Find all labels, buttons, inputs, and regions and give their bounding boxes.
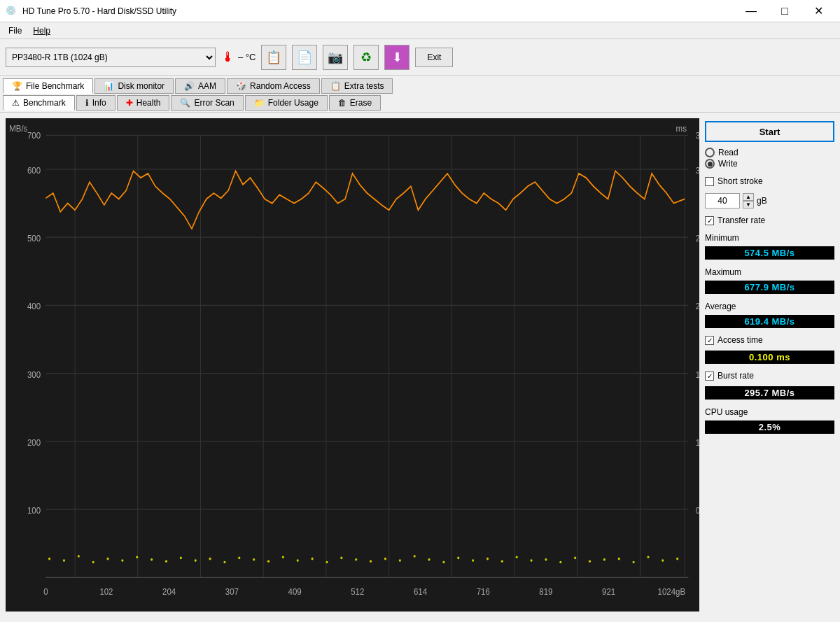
svg-point-90: [676, 558, 678, 560]
aam-icon: 🔊: [184, 81, 195, 91]
svg-text:2.00: 2.00: [696, 302, 699, 312]
svg-point-58: [209, 558, 211, 560]
svg-point-80: [531, 559, 533, 562]
window-title: HD Tune Pro 5.70 - Hard Disk/SSD Utility: [22, 6, 176, 16]
drive-select[interactable]: PP3480-R 1TB (1024 gB): [6, 48, 216, 67]
menu-bar: File Help: [0, 22, 840, 39]
svg-text:700: 700: [27, 130, 41, 141]
refresh-btn[interactable]: ♻: [354, 45, 379, 70]
erase-icon: 🗑: [338, 98, 346, 108]
read-radio[interactable]: [705, 148, 715, 157]
svg-point-73: [428, 558, 430, 561]
tab-erase[interactable]: 🗑 Erase: [329, 95, 381, 111]
svg-point-81: [545, 558, 547, 561]
tab-error-scan[interactable]: 🔍 Error Scan: [171, 95, 243, 111]
stroke-input-row: ▲ ▼ gB: [705, 193, 834, 208]
svg-text:3.00: 3.00: [696, 165, 699, 176]
menu-help[interactable]: Help: [27, 24, 56, 37]
svg-text:614: 614: [414, 586, 427, 597]
svg-point-65: [312, 558, 314, 560]
tab-benchmark[interactable]: ⚠ Benchmark: [3, 95, 75, 111]
access-time-row[interactable]: Access time: [705, 335, 834, 345]
copy-btn-2[interactable]: 📄: [292, 45, 317, 70]
svg-point-89: [662, 559, 664, 562]
svg-text:200: 200: [27, 437, 41, 448]
temperature-display: 🌡 – °C: [221, 49, 255, 65]
read-radio-row[interactable]: Read: [705, 148, 834, 157]
thermometer-icon: 🌡: [221, 49, 235, 65]
file-benchmark-icon: 🏆: [12, 81, 22, 91]
svg-text:102: 102: [99, 586, 113, 597]
camera-btn[interactable]: 📷: [323, 45, 348, 70]
transfer-rate-row[interactable]: Transfer rate: [705, 215, 834, 225]
access-time-label: Access time: [718, 335, 763, 345]
maximize-button[interactable]: □: [769, 0, 801, 22]
svg-point-49: [78, 555, 80, 558]
tab-file-benchmark[interactable]: 🏆 File Benchmark: [3, 78, 93, 94]
tab-extra-tests[interactable]: 📋 Extra tests: [321, 78, 393, 94]
tab-info[interactable]: ℹ Info: [76, 95, 115, 111]
short-stroke-checkbox[interactable]: [705, 177, 714, 186]
mode-radio-group: Read Write: [705, 148, 834, 169]
burst-rate-value: 295.7 MB/s: [705, 386, 834, 400]
access-time-value: 0.100 ms: [705, 351, 834, 364]
svg-text:500: 500: [27, 233, 41, 243]
svg-point-59: [223, 561, 225, 564]
svg-text:0: 0: [43, 586, 48, 597]
minimize-button[interactable]: —: [735, 0, 767, 22]
app-icon: 💿: [6, 6, 17, 17]
svg-text:2.50: 2.50: [696, 233, 699, 243]
svg-point-61: [253, 558, 255, 561]
write-radio[interactable]: [705, 159, 715, 169]
exit-button[interactable]: Exit: [415, 48, 453, 67]
write-radio-row[interactable]: Write: [705, 159, 834, 169]
copy-btn-1[interactable]: 📋: [261, 45, 286, 70]
access-time-checkbox[interactable]: [705, 336, 714, 345]
benchmark-chart: 700 600 500 400 300 200 100 3.50 3.00 2.…: [6, 118, 699, 612]
stroke-down-button[interactable]: ▼: [743, 201, 754, 208]
start-button[interactable]: Start: [705, 121, 834, 142]
download-btn[interactable]: ⬇: [384, 45, 410, 70]
svg-point-79: [516, 556, 518, 558]
tab-aam[interactable]: 🔊 AAM: [175, 78, 225, 94]
short-stroke-row[interactable]: Short stroke: [705, 176, 834, 186]
transfer-rate-checkbox[interactable]: [705, 216, 714, 225]
svg-text:400: 400: [27, 302, 41, 312]
svg-point-54: [150, 558, 153, 561]
main-area: 700 600 500 400 300 200 100 3.50 3.00 2.…: [0, 113, 840, 617]
chart-svg: 700 600 500 400 300 200 100 3.50 3.00 2.…: [6, 118, 699, 612]
svg-point-72: [414, 555, 416, 558]
transfer-rate-label: Transfer rate: [718, 215, 765, 225]
tab-folder-usage[interactable]: 📁 Folder Usage: [245, 95, 328, 111]
tab-area: 🏆 File Benchmark 📊 Disk monitor 🔊 AAM 🎲 …: [0, 76, 840, 113]
average-value: 619.4 MB/s: [705, 315, 834, 328]
svg-text:512: 512: [351, 586, 364, 597]
stroke-value-input[interactable]: [705, 193, 740, 208]
svg-point-48: [63, 559, 65, 562]
tab-random-access[interactable]: 🎲 Random Access: [227, 78, 320, 94]
svg-text:819: 819: [539, 586, 552, 597]
svg-point-71: [399, 559, 401, 562]
title-bar: 💿 HD Tune Pro 5.70 - Hard Disk/SSD Utili…: [0, 0, 840, 22]
svg-point-55: [165, 560, 167, 563]
stroke-up-button[interactable]: ▲: [743, 193, 754, 201]
svg-point-51: [106, 558, 108, 560]
svg-point-57: [195, 559, 197, 562]
tab-health[interactable]: ✚ Health: [117, 95, 170, 111]
menu-file[interactable]: File: [3, 24, 27, 37]
svg-point-52: [121, 559, 123, 562]
svg-text:307: 307: [225, 586, 239, 597]
tab-disk-monitor[interactable]: 📊 Disk monitor: [94, 78, 174, 94]
svg-text:1.50: 1.50: [696, 369, 699, 380]
svg-point-76: [472, 559, 474, 562]
svg-text:716: 716: [477, 586, 490, 597]
random-access-icon: 🎲: [236, 81, 246, 91]
burst-rate-row[interactable]: Burst rate: [705, 371, 834, 381]
right-panel: Start Read Write Short stroke ▲ ▼ gB: [705, 118, 834, 612]
svg-point-62: [267, 560, 270, 563]
svg-point-84: [589, 560, 591, 563]
svg-point-50: [92, 561, 94, 564]
close-button[interactable]: ✕: [802, 0, 834, 22]
svg-point-66: [326, 561, 328, 564]
burst-rate-checkbox[interactable]: [705, 372, 714, 381]
